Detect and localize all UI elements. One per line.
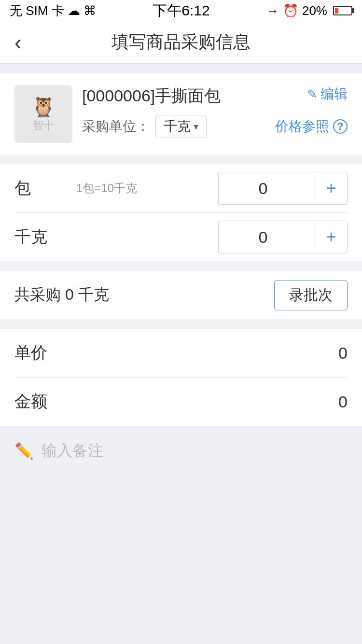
total-amount-value: 0 (65, 286, 74, 303)
battery-fill (335, 8, 338, 14)
bag-label: 包 (14, 177, 72, 199)
summary-row: 共采购 0 千克 录批次 (0, 271, 362, 319)
product-card: 🦉 智十 [0000006]手撕面包 采购单位： 千克 ▾ (0, 73, 362, 154)
unit-value: 千克 (164, 117, 191, 136)
section-divider-1 (0, 154, 362, 164)
section-divider-3 (0, 319, 362, 329)
product-unit-row: 采购单位： 千克 ▾ (82, 115, 207, 138)
page-title: 填写商品采购信息 (111, 30, 251, 54)
price-section: 单价 0 金额 0 (0, 329, 362, 426)
notes-area[interactable]: ✏️ 输入备注 (0, 426, 362, 476)
bag-section: 包 1包=10千克 + 千克 + (0, 164, 362, 261)
edit-button[interactable]: ✎ 编辑 (307, 85, 348, 103)
back-button[interactable]: ‹ (14, 32, 22, 53)
dropdown-arrow-icon: ▾ (194, 121, 198, 132)
battery-percent: 20% (302, 3, 327, 18)
section-divider-2 (0, 261, 362, 271)
edit-icon: ✎ (307, 87, 318, 102)
content-area: 🦉 智十 [0000006]手撕面包 采购单位： 千克 ▾ (0, 64, 362, 644)
status-bar: 无 SIM 卡 ☁ ⌘ 下午6:12 → ⏰ 20% (0, 0, 362, 21)
unit-price-row: 单价 0 (0, 329, 362, 377)
no-sim-text: 无 SIM 卡 ☁ (10, 3, 80, 18)
kg-plus-button[interactable]: + (315, 221, 348, 253)
kg-quantity-input[interactable] (218, 221, 315, 253)
price-ref-button[interactable]: 价格参照 ? (275, 117, 348, 136)
unit-label: 采购单位： (82, 117, 150, 136)
pencil-icon: ✏️ (14, 442, 34, 460)
summary-text: 共采购 0 千克 (14, 284, 109, 306)
product-meta: 采购单位： 千克 ▾ 价格参照 ? (82, 115, 348, 138)
amount-row: 金额 0 (0, 378, 362, 426)
kg-label: 千克 (14, 226, 72, 248)
owl-icon: 🦉 (31, 96, 56, 118)
bag-quantity-input[interactable] (218, 172, 315, 205)
kg-input-row: 千克 + (0, 213, 362, 261)
wifi-icon: ⌘ (84, 3, 96, 18)
edit-label: 编辑 (320, 85, 348, 103)
unit-price-value: 0 (338, 344, 348, 363)
total-label: 共采购 (14, 286, 61, 303)
alarm-icon: ⏰ (283, 3, 298, 18)
unit-price-label: 单价 (14, 342, 47, 364)
owl-text: 智十 (33, 118, 54, 133)
bag-sublabel: 1包=10千克 (76, 181, 137, 196)
notes-placeholder: 输入备注 (42, 440, 103, 462)
unit-dropdown[interactable]: 千克 ▾ (155, 115, 207, 138)
record-batch-button[interactable]: 录批次 (274, 280, 348, 310)
status-bar-right: → ⏰ 20% (266, 3, 352, 18)
total-unit-label: 千克 (78, 286, 109, 303)
empty-filler (0, 476, 362, 644)
bag-input-row: 包 1包=10千克 + (0, 164, 362, 212)
product-title: 手撕面包 (155, 86, 221, 105)
product-image: 🦉 智十 (14, 85, 72, 143)
price-ref-label: 价格参照 (275, 117, 329, 136)
status-bar-time: 下午6:12 (153, 1, 209, 21)
kg-input-control: + (218, 221, 348, 253)
product-code: [0000006] (82, 86, 155, 105)
bag-input-control: + (218, 172, 348, 205)
location-icon: → (266, 3, 279, 18)
amount-value: 0 (338, 392, 348, 411)
bag-plus-button[interactable]: + (315, 172, 348, 205)
nav-bar: ‹ 填写商品采购信息 (0, 21, 362, 64)
status-bar-left: 无 SIM 卡 ☁ ⌘ (10, 2, 96, 19)
amount-label: 金额 (14, 391, 47, 413)
battery-icon (333, 6, 352, 15)
info-icon: ? (333, 119, 348, 134)
